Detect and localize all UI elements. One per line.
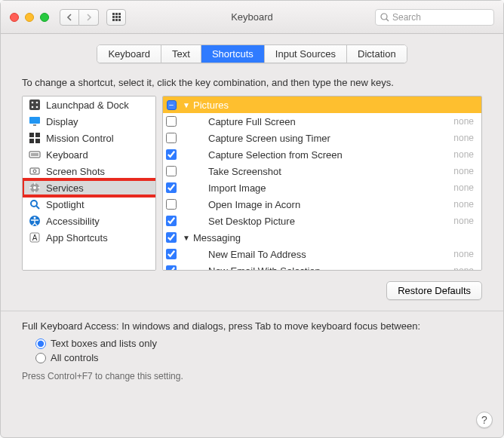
fka-option-all-label: All controls xyxy=(51,352,99,363)
checkbox-cell xyxy=(163,249,180,259)
row-label: Set Desktop Picture xyxy=(193,216,444,227)
tab-dictation[interactable]: Dictation xyxy=(347,45,407,63)
disclosure-icon[interactable]: ▼ xyxy=(180,101,193,109)
tab-keyboard[interactable]: Keyboard xyxy=(97,45,161,63)
category-label: Keyboard xyxy=(46,149,88,161)
search-field[interactable] xyxy=(375,9,494,26)
tab-bar: KeyboardTextShortcutsInput SourcesDictat… xyxy=(1,44,503,63)
spotlight-icon xyxy=(29,198,41,210)
tree-item[interactable]: New Email With Selectionnone xyxy=(163,262,481,271)
category-app-shortcuts[interactable]: AApp Shortcuts xyxy=(23,229,155,246)
shortcut-value[interactable]: none xyxy=(444,249,481,259)
row-label: Import Image xyxy=(193,182,444,194)
checkbox[interactable] xyxy=(166,182,177,193)
checkbox[interactable] xyxy=(166,265,177,271)
row-label: Capture Selection from Screen xyxy=(193,149,444,161)
checkbox-cell xyxy=(163,216,180,226)
svg-point-27 xyxy=(34,217,36,219)
checkbox[interactable] xyxy=(166,133,177,143)
tab-text[interactable]: Text xyxy=(161,45,201,63)
checkbox-cell xyxy=(163,232,180,243)
svg-line-1 xyxy=(386,19,389,21)
zoom-window-button[interactable] xyxy=(40,13,49,22)
divider xyxy=(1,311,503,311)
category-spotlight[interactable]: Spotlight xyxy=(23,196,155,213)
category-mission-control[interactable]: Mission Control xyxy=(23,130,155,146)
checkbox-cell: − xyxy=(163,100,180,110)
tree-item[interactable]: Capture Full Screennone xyxy=(163,113,481,130)
checkbox[interactable] xyxy=(166,216,177,226)
search-input[interactable] xyxy=(392,12,489,23)
category-label: Display xyxy=(46,116,78,127)
svg-rect-2 xyxy=(29,100,40,110)
fka-option-all[interactable]: All controls xyxy=(35,352,482,363)
svg-rect-13 xyxy=(29,152,40,158)
fka-hint: Press Control+F7 to change this setting. xyxy=(22,371,482,381)
category-list[interactable]: Launchpad & DockDisplayMission ControlKe… xyxy=(22,96,156,271)
checkbox[interactable] xyxy=(166,116,177,127)
svg-point-3 xyxy=(32,102,34,104)
tree-item[interactable]: Take Screenshotnone xyxy=(163,163,481,179)
back-button[interactable] xyxy=(60,9,79,26)
checkbox[interactable] xyxy=(166,232,177,243)
checkbox-cell xyxy=(163,166,180,176)
tree-item[interactable]: New Email To Addressnone xyxy=(163,246,481,262)
category-label: Spotlight xyxy=(46,199,85,210)
checkbox[interactable] xyxy=(166,249,177,259)
disclosure-icon[interactable]: ▼ xyxy=(180,234,193,242)
tab-input-sources[interactable]: Input Sources xyxy=(265,45,347,63)
row-label: Take Screenshot xyxy=(193,166,444,177)
tree-item[interactable]: Import Imagenone xyxy=(163,179,481,196)
shortcut-value[interactable]: none xyxy=(444,149,481,160)
row-label: Messaging xyxy=(193,232,444,244)
help-button[interactable]: ? xyxy=(476,412,493,428)
shortcut-value[interactable]: none xyxy=(444,116,481,127)
category-display[interactable]: Display xyxy=(23,113,155,130)
fka-option-textboxes[interactable]: Text boxes and lists only xyxy=(35,338,482,349)
restore-defaults-button[interactable]: Restore Defaults xyxy=(386,281,482,300)
tree-group[interactable]: ▼Messaging xyxy=(163,229,481,246)
shortcut-value[interactable]: none xyxy=(444,199,481,210)
category-accessibility[interactable]: Accessibility xyxy=(23,213,155,229)
checkbox[interactable] xyxy=(166,199,177,210)
checkbox[interactable] xyxy=(166,166,177,176)
screenshot-icon xyxy=(29,165,41,177)
svg-point-0 xyxy=(381,14,387,20)
fka-radio-all[interactable] xyxy=(35,353,46,363)
shortcut-value[interactable]: none xyxy=(444,182,481,193)
fka-radio-textboxes[interactable] xyxy=(35,338,46,349)
tree-item[interactable]: Capture Selection from Screennone xyxy=(163,146,481,163)
show-all-button[interactable] xyxy=(106,9,126,26)
tab-shortcuts[interactable]: Shortcuts xyxy=(201,45,265,63)
fka-label: Full Keyboard Access: In windows and dia… xyxy=(22,320,482,332)
tree-group[interactable]: −▼Pictures xyxy=(163,96,481,113)
svg-text:A: A xyxy=(32,234,38,242)
svg-rect-16 xyxy=(30,168,39,174)
tree-item[interactable]: Capture Screen using Timernone xyxy=(163,130,481,146)
category-launchpad-dock[interactable]: Launchpad & Dock xyxy=(23,96,155,113)
nav-buttons xyxy=(60,9,99,26)
svg-line-25 xyxy=(36,206,39,209)
minimize-window-button[interactable] xyxy=(25,13,34,22)
checkbox-mixed[interactable]: − xyxy=(167,100,177,110)
category-label: App Shortcuts xyxy=(46,232,108,244)
shortcut-value[interactable]: none xyxy=(444,133,481,143)
forward-button[interactable] xyxy=(79,9,99,26)
checkbox[interactable] xyxy=(166,149,177,160)
category-label: Launchpad & Dock xyxy=(46,100,129,111)
shortcut-value[interactable]: none xyxy=(444,265,481,271)
category-screen-shots[interactable]: Screen Shots xyxy=(23,163,155,179)
tree-item[interactable]: Set Desktop Picturenone xyxy=(163,213,481,229)
svg-rect-10 xyxy=(35,133,40,137)
row-label: New Email With Selection xyxy=(193,265,444,271)
checkbox-cell xyxy=(163,149,180,160)
shortcut-value[interactable]: none xyxy=(444,166,481,176)
checkbox-cell xyxy=(163,199,180,210)
close-window-button[interactable] xyxy=(10,13,19,22)
category-keyboard[interactable]: Keyboard xyxy=(23,146,155,163)
tree-item[interactable]: Open Image in Acornnone xyxy=(163,196,481,213)
shortcut-value[interactable]: none xyxy=(444,216,481,226)
shortcut-tree[interactable]: −▼PicturesCapture Full ScreennoneCapture… xyxy=(162,96,482,271)
category-services[interactable]: Services xyxy=(23,179,155,196)
checkbox-cell xyxy=(163,265,180,271)
